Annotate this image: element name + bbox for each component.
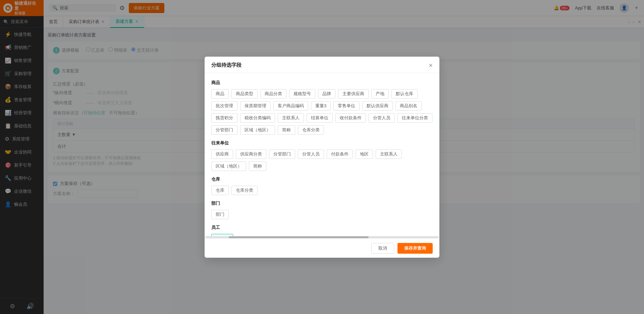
tag-retail-unit[interactable]: 零售单位 — [333, 101, 360, 111]
section-goods-tags: 商品 商品类型 商品分类 规格型号 品牌 主要供应商 产地 默认仓库 批次管理 … — [211, 89, 433, 135]
tag-pick-points[interactable]: 拣货积分 — [211, 113, 237, 123]
section-dept-title: 部门 — [211, 200, 433, 206]
section-warehouse-tags: 仓库 仓库分类 — [211, 186, 433, 195]
tag-batch-mgmt[interactable]: 批次管理 — [211, 101, 237, 111]
tag-mgr-dept[interactable]: 分管部门 — [211, 125, 237, 135]
section-warehouse-title: 仓库 — [211, 176, 433, 182]
dialog-footer: 取消 保存并查询 — [205, 239, 439, 258]
tag-spec-model[interactable]: 规格型号 — [289, 89, 315, 99]
tag-payment-terms[interactable]: 收付款条件 — [335, 113, 366, 123]
tag-dept[interactable]: 部门 — [211, 210, 229, 219]
overlay: 分组待选字段 × 商品 商品 商品类型 商品分类 规格型号 品牌 主要供应商 产… — [0, 0, 644, 314]
section-goods-title: 商品 — [211, 80, 433, 86]
tag-main-supplier[interactable]: 主要供应商 — [338, 89, 369, 99]
tag-supplier-cat[interactable]: 供应商分类 — [236, 149, 266, 159]
tag-tax-code[interactable]: 税收分类编码 — [240, 113, 275, 123]
tag-short-name2[interactable]: 简称 — [249, 162, 266, 171]
tag-customer-code[interactable]: 客户商品编码 — [273, 101, 308, 111]
section-staff-title: 员工 — [211, 225, 433, 231]
tag-goods-type[interactable]: 商品类型 — [231, 89, 258, 99]
dialog-header: 分组待选字段 × — [205, 57, 439, 73]
section-counterpart-tags: 供应商 供应商分类 分管部门 分管人员 付款条件 地区 主联系人 区域（地区） … — [211, 149, 433, 171]
section-dept-tags: 部门 — [211, 210, 433, 219]
tag-default-warehouse[interactable]: 默认仓库 — [391, 89, 418, 99]
tag-warehouse-cat[interactable]: 仓库分类 — [298, 125, 324, 135]
dialog-body: 商品 商品 商品类型 商品分类 规格型号 品牌 主要供应商 产地 默认仓库 批次… — [205, 73, 439, 236]
dialog-confirm-button[interactable]: 保存并查询 — [397, 243, 433, 254]
tag-weight[interactable]: 重量3 — [311, 101, 331, 111]
tag-region[interactable]: 区域（地区） — [240, 125, 275, 135]
dialog-title: 分组待选字段 — [211, 62, 241, 68]
tag-payment-cond[interactable]: 付款条件 — [327, 149, 353, 159]
tag-brand[interactable]: 品牌 — [318, 89, 335, 99]
tag-short-name[interactable]: 简称 — [278, 125, 295, 135]
dialog-close-button[interactable]: × — [429, 62, 433, 69]
tag-goods-alias[interactable]: 商品别名 — [395, 101, 422, 111]
dialog: 分组待选字段 × 商品 商品 商品类型 商品分类 规格型号 品牌 主要供应商 产… — [205, 57, 439, 258]
section-counterpart-title: 往来单位 — [211, 140, 433, 146]
tag-default-supplier[interactable]: 默认供应商 — [362, 101, 393, 111]
tag-goods-cat[interactable]: 商品分类 — [260, 89, 286, 99]
tag-supplier[interactable]: 供应商 — [211, 149, 233, 159]
dialog-hscroll[interactable] — [205, 236, 439, 239]
tag-shelf-life[interactable]: 保质期管理 — [240, 101, 271, 111]
tag-goods[interactable]: 商品 — [211, 89, 229, 99]
tag-region2[interactable]: 区域（地区） — [211, 162, 246, 171]
tag-main-contact2[interactable]: 主联系人 — [376, 149, 402, 159]
tag-main-contact[interactable]: 主联系人 — [278, 113, 304, 123]
tag-mgr-person[interactable]: 分管人员 — [369, 113, 395, 123]
tag-dept2[interactable]: 分管部门 — [269, 149, 295, 159]
tag-counterpart-cat[interactable]: 往来单位分类 — [397, 113, 432, 123]
tag-origin[interactable]: 产地 — [371, 89, 389, 99]
dialog-cancel-button[interactable]: 取消 — [371, 243, 394, 254]
tag-area[interactable]: 地区 — [356, 149, 373, 159]
tag-warehouse[interactable]: 仓库 — [211, 186, 229, 195]
tag-settlement-unit[interactable]: 结算单位 — [307, 113, 333, 123]
tag-warehouse-cat2[interactable]: 仓库分类 — [231, 186, 258, 195]
tag-person2[interactable]: 分管人员 — [298, 149, 324, 159]
